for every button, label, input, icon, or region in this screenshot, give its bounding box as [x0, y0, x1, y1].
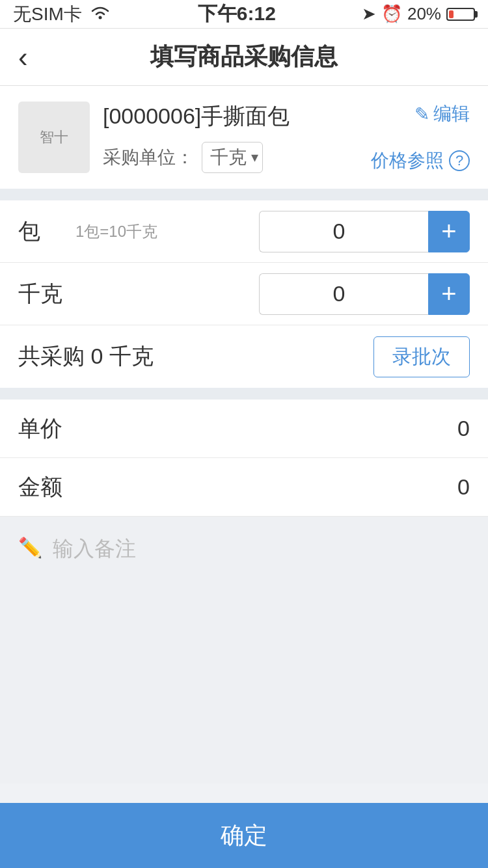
kg-label: 千克: [18, 279, 70, 309]
price-row: 单价 0: [0, 400, 488, 458]
summary-text: 共采购 0 千克: [18, 342, 154, 372]
pack-label: 包: [18, 217, 70, 247]
kg-input[interactable]: [259, 273, 428, 315]
remark-placeholder: 输入备注: [53, 535, 136, 563]
status-bar: 无SIM卡 下午6:12 ➤ ⏰ 20%: [0, 0, 488, 29]
pack-input[interactable]: [259, 211, 428, 252]
unit-label: 采购单位：: [103, 145, 194, 170]
page-title: 填写商品采购信息: [150, 41, 338, 73]
info-section: 单价 0 金额 0: [0, 400, 488, 517]
carrier-text: 无SIM卡: [13, 2, 82, 27]
empty-space: [0, 601, 488, 783]
confirm-button[interactable]: 确定: [0, 803, 488, 868]
battery-icon: [446, 8, 475, 21]
kg-row: 千克 +: [0, 263, 488, 325]
summary-row: 共采购 0 千克 录批次: [0, 325, 488, 388]
price-ref-label: 价格参照: [371, 148, 444, 173]
alarm-icon: ⏰: [381, 4, 402, 24]
status-right: ➤ ⏰ 20%: [362, 4, 475, 24]
edit-button[interactable]: ✎ 编辑: [414, 102, 470, 126]
pack-section: 包 1包=10千克 +: [0, 200, 488, 263]
help-icon[interactable]: ?: [449, 150, 470, 171]
product-thumbnail: 智十: [18, 102, 90, 173]
pack-sublabel: 1包=10千克: [75, 221, 157, 242]
unit-select-wrapper[interactable]: 千克: [202, 142, 263, 173]
time-display: 下午6:12: [198, 1, 276, 27]
pack-input-wrapper: +: [157, 211, 470, 252]
kg-input-wrapper: +: [70, 273, 470, 315]
edit-icon: ✎: [414, 103, 429, 125]
price-value: 0: [457, 416, 470, 441]
wifi-icon: [88, 3, 112, 25]
kg-section: 千克 +: [0, 263, 488, 325]
location-icon: ➤: [362, 4, 376, 24]
product-card: 智十 [0000006]手撕面包 采购单位： 千克 ✎ 编辑 价格参照 ?: [0, 86, 488, 189]
status-left: 无SIM卡: [13, 2, 112, 27]
batch-button[interactable]: 录批次: [373, 336, 470, 377]
price-ref-button[interactable]: 价格参照 ?: [371, 148, 470, 173]
pack-row: 包 1包=10千克 +: [0, 200, 488, 263]
amount-row: 金额 0: [0, 458, 488, 517]
remark-icon: ✏️: [18, 536, 42, 559]
remark-section[interactable]: ✏️ 输入备注: [0, 517, 488, 601]
amount-value: 0: [457, 474, 470, 500]
pack-plus-button[interactable]: +: [428, 211, 470, 252]
divider-2: [0, 388, 488, 400]
back-button[interactable]: ‹: [18, 41, 28, 74]
kg-plus-button[interactable]: +: [428, 273, 470, 315]
price-label: 单价: [18, 414, 62, 444]
svg-point-0: [98, 16, 102, 20]
battery-percent: 20%: [407, 4, 441, 24]
nav-bar: ‹ 填写商品采购信息: [0, 29, 488, 86]
amount-label: 金额: [18, 472, 62, 502]
unit-value: 千克: [210, 145, 247, 170]
divider-1: [0, 189, 488, 200]
